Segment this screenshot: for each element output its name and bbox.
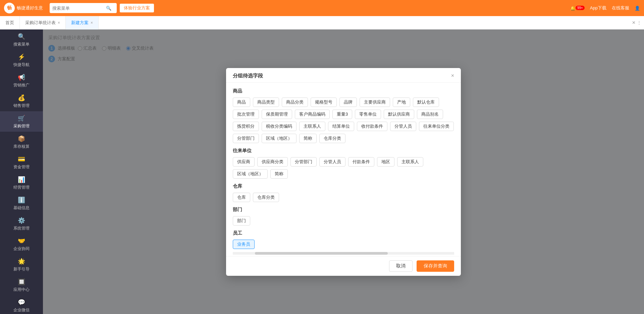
tab-new-scheme[interactable]: 新建方案 × (66, 16, 99, 29)
enterprise-icon: 🤝 (18, 237, 25, 245)
field-chip-goods-13[interactable]: 零售单位 (355, 110, 381, 119)
search-input[interactable] (52, 6, 106, 11)
dialog-cancel-button[interactable]: 取消 (389, 260, 413, 272)
search-icon: 🔍 (106, 6, 111, 11)
sidebar-item-enterprise[interactable]: 🤝 企业协同 (0, 234, 43, 254)
sidebar-item-search-label: 搜索菜单 (13, 42, 30, 47)
dialog-confirm-button[interactable]: 保存并查询 (417, 260, 454, 272)
field-chip-warehouse-2[interactable]: 仓库分类 (253, 193, 279, 202)
sidebar-item-sales[interactable]: 💰 销售管理 (0, 91, 43, 111)
tab-bar-more[interactable]: ⋮ (637, 20, 641, 25)
sidebar-item-basic[interactable]: ℹ️ 基础信息 (0, 193, 43, 213)
system-icon: ⚙️ (18, 217, 25, 224)
sales-icon: 💰 (18, 94, 25, 102)
field-chip-goods-8[interactable]: 默认仓库 (413, 98, 439, 107)
field-grid-employee: 业务员 (233, 240, 454, 249)
field-chip-goods-20[interactable]: 收付款条件 (357, 122, 387, 131)
content-area: 采购订单统计表方案设置 1 选择模板 汇总表 明细表 交叉统计表 (43, 29, 644, 314)
experience-btn[interactable]: 体验行业方案 (119, 3, 154, 13)
quick-nav-icon: ⚡ (18, 53, 25, 61)
online-service[interactable]: 在线客服 (612, 5, 629, 11)
sidebar-item-marketing[interactable]: 📢 营销推广 (0, 70, 43, 91)
field-chip-partner-8[interactable]: 区域（地区） (233, 169, 268, 179)
field-chip-goods-23[interactable]: 分管部门 (233, 134, 259, 143)
sidebar-item-inventory[interactable]: 📦 库存核算 (0, 132, 43, 152)
field-chip-warehouse-1[interactable]: 仓库 (233, 193, 250, 202)
field-chip-goods-14[interactable]: 默认供应商 (384, 110, 414, 119)
field-chip-goods-22[interactable]: 往来单位分类 (419, 122, 454, 131)
section-title-goods: 商品 (233, 88, 454, 94)
sidebar-item-guide-label: 新手引导 (13, 266, 30, 272)
field-chip-goods-19[interactable]: 结算单位 (328, 122, 354, 131)
field-chip-partner-7[interactable]: 主联系人 (397, 157, 423, 167)
user-avatar[interactable]: 👤 (635, 6, 640, 11)
field-chip-goods-9[interactable]: 批次管理 (233, 110, 259, 119)
sidebar-item-wechat[interactable]: 💬 企业微信 (0, 295, 43, 314)
field-chip-goods-17[interactable]: 税收分类编码 (262, 122, 297, 131)
field-chip-partner-4[interactable]: 分管人员 (319, 157, 345, 167)
field-chip-partner-6[interactable]: 地区 (377, 157, 394, 167)
inventory-icon: 📦 (18, 135, 25, 142)
field-chip-goods-21[interactable]: 分管人员 (390, 122, 416, 131)
field-chip-dept-1[interactable]: 部门 (233, 216, 250, 226)
marketing-icon: 📢 (18, 74, 25, 81)
sidebar-item-guide[interactable]: 🌟 新手引导 (0, 254, 43, 275)
field-chip-goods-5[interactable]: 品牌 (339, 98, 357, 107)
field-chip-goods-18[interactable]: 主联系人 (299, 122, 325, 131)
sidebar-item-apps[interactable]: 🔲 应用中心 (0, 275, 43, 295)
dialog-hscroll[interactable] (226, 252, 461, 256)
apps-icon: 🔲 (18, 278, 25, 286)
field-chip-goods-1[interactable]: 商品 (233, 98, 250, 107)
sidebar-item-search[interactable]: 🔍 搜索菜单 (0, 29, 43, 50)
search-bar[interactable]: 🔍 (50, 3, 117, 13)
field-chip-partner-1[interactable]: 供应商 (233, 157, 255, 167)
tab-new-scheme-close[interactable]: × (91, 20, 93, 25)
main-layout: 🔍 搜索菜单 ⚡ 快捷导航 📢 营销推广 💰 销售管理 🛒 采购管理 📦 库存核… (0, 29, 644, 314)
section-title-warehouse: 仓库 (233, 183, 454, 189)
tab-purchase-close[interactable]: × (58, 20, 60, 25)
sidebar-item-purchase[interactable]: 🛒 采购管理 (0, 111, 43, 132)
field-chip-goods-2[interactable]: 商品类型 (253, 98, 279, 107)
sidebar-item-quick-nav[interactable]: ⚡ 快捷导航 (0, 50, 43, 70)
field-chip-partner-5[interactable]: 付款条件 (348, 157, 374, 167)
field-chip-goods-25[interactable]: 简称 (299, 134, 317, 143)
field-chip-goods-26[interactable]: 仓库分类 (319, 134, 345, 143)
field-chip-goods-10[interactable]: 保质期管理 (262, 110, 292, 119)
dialog-close-button[interactable]: × (451, 73, 454, 79)
field-chip-partner-3[interactable]: 分管部门 (290, 157, 317, 167)
field-chip-partner-2[interactable]: 供应商分类 (257, 157, 288, 167)
wechat-icon: 💬 (18, 299, 25, 306)
sidebar: 🔍 搜索菜单 ⚡ 快捷导航 📢 营销推广 💰 销售管理 🛒 采购管理 📦 库存核… (0, 29, 43, 314)
field-chip-goods-7[interactable]: 产地 (393, 98, 410, 107)
field-grid-goods: 商品 商品类型 商品分类 规格型号 品牌 主要供应商 产地 默认仓库 批次管理 … (233, 98, 454, 143)
dialog-footer: 取消 保存并查询 (226, 256, 461, 276)
field-chip-goods-4[interactable]: 规格型号 (311, 98, 337, 107)
sidebar-item-finance[interactable]: 💳 资金管理 (0, 152, 43, 173)
tab-home[interactable]: 首页 (0, 16, 20, 29)
field-chip-goods-11[interactable]: 客户商品编码 (295, 110, 330, 119)
field-chip-goods-6[interactable]: 主要供应商 (360, 98, 390, 107)
sidebar-item-inventory-label: 库存核算 (13, 144, 30, 149)
field-chip-employee-1[interactable]: 业务员 (233, 240, 255, 249)
field-chip-goods-12[interactable]: 重量3 (332, 110, 352, 119)
sidebar-item-system[interactable]: ⚙️ 系统管理 (0, 213, 43, 234)
field-chip-goods-24[interactable]: 区域（地区） (262, 134, 297, 143)
sidebar-item-ops[interactable]: 📊 经营管理 (0, 173, 43, 193)
tab-purchase-stats[interactable]: 采购订单统计表 × (20, 16, 66, 29)
field-chip-goods-16[interactable]: 拣货积分 (233, 122, 259, 131)
field-chip-partner-9[interactable]: 简称 (270, 169, 288, 179)
field-chip-goods-15[interactable]: 商品别名 (417, 110, 443, 119)
tab-bar: 首页 采购订单统计表 × 新建方案 × ✕ ⋮ (0, 16, 644, 29)
field-chip-goods-3[interactable]: 商品分类 (282, 98, 308, 107)
logo-area: 畅 畅捷通好生意 (4, 3, 47, 13)
guide-icon: 🌟 (18, 258, 25, 265)
modal-overlay: 分组待选字段 × 商品 商品 商品类型 商品分类 规格型号 品牌 主要供应商 产… (43, 29, 644, 314)
search-sidebar-icon: 🔍 (18, 33, 25, 40)
tab-bar-close[interactable]: ✕ (632, 20, 636, 25)
notification[interactable]: 🔔99+ (570, 6, 585, 11)
section-title-department: 部门 (233, 207, 454, 213)
sidebar-item-finance-label: 资金管理 (13, 164, 30, 170)
finance-icon: 💳 (18, 155, 25, 163)
ops-icon: 📊 (18, 176, 25, 183)
app-download[interactable]: App下载 (590, 5, 606, 11)
